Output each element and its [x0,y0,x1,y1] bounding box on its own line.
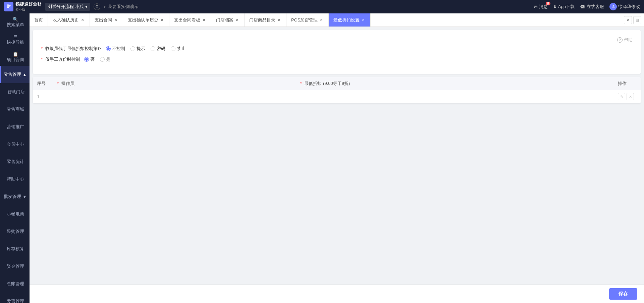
option-no[interactable]: 否 [84,56,95,62]
discount-policy-row: * 收银员低于最低折扣控制策略 不控制 提示 [41,46,633,52]
avatar: 徐 [609,3,617,10]
settings-panel: ? 帮助 * 收银员低于最低折扣控制策略 不控制 [33,30,641,74]
discount-policy-options: 不控制 提示 密码 禁止 [106,46,185,52]
header-right: ✉ 消息 8 ⬇ App下载 ☎ 在线客服 徐 徐泽华修改 [534,3,640,10]
chevron-down-icon: ▼ [22,194,27,199]
sidebar-item-ledger[interactable]: 总账管理 [0,275,30,293]
help-icon: ? [617,37,623,43]
discount-table: 序号 * 操作员 * 最低折扣 (9.00等于9折) 操作 [33,77,641,103]
branch-selector[interactable]: 测试分开流程-小兵 ▾ [45,3,90,11]
top-header: 财 畅捷通好业财 专业版 测试分开流程-小兵 ▾ ⚙ ○ 我要看实例演示 ✉ 消… [0,0,644,13]
tab-close-discount[interactable]: ✕ [361,18,366,22]
tab-close-expense-history[interactable]: ✕ [160,18,164,22]
tab-close-pos[interactable]: ✕ [319,18,324,22]
sidebar: 🔍 搜索菜单 ☰ 快捷导航 📋 项目合同 零售管理 ▲ 智慧门店 零售商城 营销… [0,13,30,303]
tab-close-income[interactable]: ✕ [80,18,85,22]
sidebar-item-inventory[interactable]: 库存核算 [0,240,30,258]
tab-bar-end: ✕ ▤ [624,16,644,24]
option-prompt[interactable]: 提示 [130,46,145,52]
chevron-down-icon: ▾ [85,4,88,9]
sidebar-item-online-store[interactable]: 零售商城 [0,101,30,118]
tab-home[interactable]: 首页 [30,13,48,27]
header-left: 财 畅捷通好业财 专业版 测试分开流程-小兵 ▾ ⚙ ○ 我要看实例演示 [4,2,139,12]
settings-icon[interactable]: ⚙ [94,3,100,10]
app-download-action[interactable]: ⬇ App下载 [553,4,575,10]
page-footer: 保存 [30,285,644,303]
col-header-seq: 序号 [33,77,53,90]
edit-btn[interactable]: ✎ [618,93,625,100]
contract-icon: 📋 [13,52,18,57]
option-prohibit[interactable]: 禁止 [171,46,185,52]
cell-seq: 1 [33,90,53,103]
row-action-btns: ✎ ✕ [618,93,637,100]
user-info[interactable]: 徐 徐泽华修改 [609,3,640,10]
tab-close-all-btn[interactable]: ✕ [624,16,632,24]
chevron-up-icon: ▲ [22,72,27,77]
main-layout: 🔍 搜索菜单 ☰ 快捷导航 📋 项目合同 零售管理 ▲ 智慧门店 零售商城 营销… [0,13,644,303]
logo-area: 财 畅捷通好业财 专业版 [4,2,42,12]
tab-expense-confirm-history[interactable]: 支出确认单历史 ✕ [123,13,169,27]
search-icon: 🔍 [13,17,18,22]
demo-link[interactable]: ○ 我要看实例演示 [104,4,138,10]
cell-operator [53,90,296,103]
manual-price-options: 否 是 [84,56,110,62]
tab-store-file[interactable]: 门店档案 ✕ [211,13,245,27]
col-header-discount: * 最低折扣 (9.00等于9折) [296,77,614,90]
logo-text: 畅捷通好业财 专业版 [15,2,42,12]
sidebar-item-member[interactable]: 会员中心 [0,136,30,153]
table-row: 1 ✎ ✕ [33,90,641,103]
tab-expense-contract[interactable]: 支出合同 ✕ [90,13,123,27]
help-link[interactable]: ? 帮助 [617,37,633,43]
tab-close-board[interactable]: ✕ [202,18,206,22]
service-icon: ☎ [580,4,585,9]
save-button[interactable]: 保存 [609,288,637,300]
message-icon: ✉ [534,4,538,9]
sidebar-item-help[interactable]: 帮助中心 [0,170,30,188]
download-icon: ⬇ [553,4,557,9]
tab-store-catalog[interactable]: 门店商品目录 ✕ [245,13,286,27]
tab-income-history[interactable]: 收入确认历史 ✕ [48,13,90,27]
discount-policy-label: * 收银员低于最低折扣控制策略 [41,46,102,52]
message-action[interactable]: ✉ 消息 8 [534,4,548,10]
manual-price-row: * 仅手工改价时控制 否 是 [41,56,633,62]
sidebar-item-project[interactable]: 📋 项目合同 [0,48,30,66]
tab-min-discount[interactable]: 最低折扣设置 ✕ [329,13,371,27]
table-body: 1 ✎ ✕ [33,90,641,103]
sidebar-item-retail-stats[interactable]: 零售统计 [0,153,30,170]
content-area: 首页 收入确认历史 ✕ 支出合同 ✕ 支出确认单历史 ✕ 支出合同看板 ✕ 门店… [30,13,644,303]
option-password[interactable]: 密码 [151,46,165,52]
sidebar-item-quicknav[interactable]: ☰ 快捷导航 [0,31,30,48]
sidebar-item-marketing[interactable]: 营销推广 [0,118,30,136]
table-container: 序号 * 操作员 * 最低折扣 (9.00等于9折) 操作 [33,77,641,103]
online-service-action[interactable]: ☎ 在线客服 [580,4,604,10]
sidebar-item-wholesale[interactable]: 批发管理 ▼ [0,188,30,205]
option-no-control[interactable]: 不控制 [106,46,125,52]
tab-pos-encrypt[interactable]: POS加密管理 ✕ [286,13,329,27]
col-header-action: 操作 [614,77,641,90]
manual-price-label: * 仅手工改价时控制 [41,56,80,62]
tab-close-store-file[interactable]: ✕ [235,18,239,22]
sidebar-item-finance[interactable]: 资金管理 [0,258,30,275]
cell-discount [296,90,614,103]
cell-actions: ✎ ✕ [614,90,641,103]
delete-btn[interactable]: ✕ [627,93,634,100]
sidebar-item-ecommerce[interactable]: 小畅电商 [0,205,30,223]
tab-bar: 首页 收入确认历史 ✕ 支出合同 ✕ 支出确认单历史 ✕ 支出合同看板 ✕ 门店… [30,13,644,27]
option-yes[interactable]: 是 [100,56,110,62]
col-header-operator: * 操作员 [53,77,296,90]
sidebar-item-search[interactable]: 🔍 搜索菜单 [0,13,30,31]
tab-close-expense[interactable]: ✕ [113,18,118,22]
table-header: 序号 * 操作员 * 最低折扣 (9.00等于9折) 操作 [33,77,641,90]
tab-close-catalog[interactable]: ✕ [277,18,281,22]
page-content: ? 帮助 * 收银员低于最低折扣控制策略 不控制 [30,27,644,303]
nav-icon: ☰ [13,34,17,39]
sidebar-item-invoice[interactable]: 发票管理 [0,293,30,303]
tab-expense-board[interactable]: 支出合同看板 ✕ [169,13,211,27]
message-badge: 8 [546,2,550,5]
sidebar-item-smart-store[interactable]: 智慧门店 [0,83,30,101]
sidebar-item-purchase[interactable]: 采购管理 [0,223,30,240]
sidebar-item-retail[interactable]: 零售管理 ▲ [0,66,30,83]
logo-icon: 财 [4,2,13,11]
tab-menu-btn[interactable]: ▤ [633,16,641,24]
